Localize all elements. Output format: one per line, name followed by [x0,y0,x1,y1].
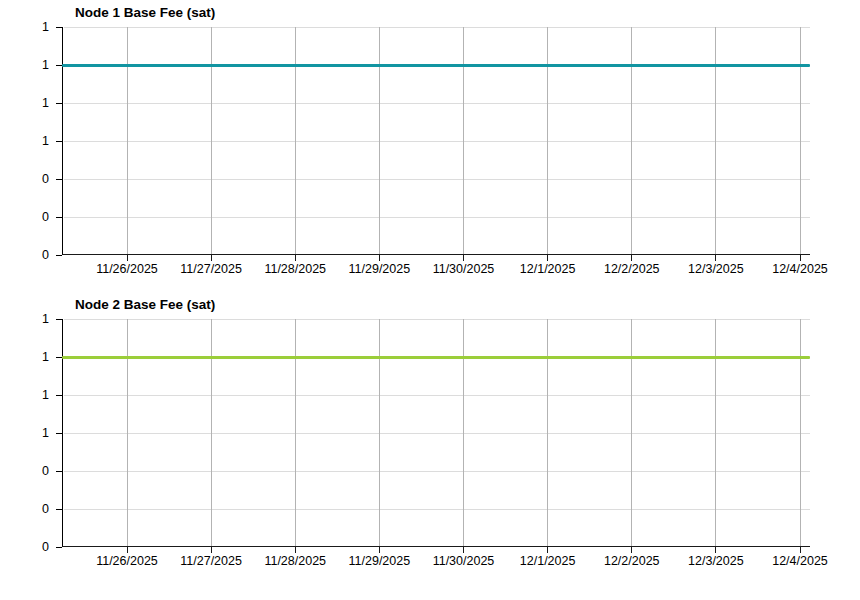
x-tick-label: 11/28/2025 [253,261,337,277]
series-line [62,356,810,359]
chart-title: Node 1 Base Fee (sat) [75,5,215,20]
y-axis-tick [56,509,62,510]
x-tick-label: 12/2/2025 [590,553,674,569]
v-gridline [800,319,801,546]
y-axis-tick [56,433,62,434]
v-gridline [631,319,632,546]
y-axis-tick [56,255,62,256]
y-tick-label: 0 [0,539,49,555]
v-gridline [379,27,380,254]
x-tick-label: 12/4/2025 [758,553,842,569]
x-tick-label: 12/4/2025 [758,261,842,277]
x-tick-label: 12/1/2025 [506,553,590,569]
x-tick-label: 11/26/2025 [85,553,169,569]
y-axis-tick [56,179,62,180]
h-gridline [64,179,811,180]
x-tick-label: 11/30/2025 [422,553,506,569]
y-tick-label: 1 [0,425,49,441]
chart-title: Node 2 Base Fee (sat) [75,297,215,312]
y-tick-label: 1 [0,95,49,111]
y-tick-label: 1 [0,387,49,403]
v-gridline [463,27,464,254]
v-gridline [715,319,716,546]
v-gridline [211,319,212,546]
v-gridline [295,319,296,546]
h-gridline [64,395,811,396]
y-tick-label: 0 [0,463,49,479]
y-tick-label: 1 [0,311,49,327]
h-gridline [64,433,811,434]
chart-node1-base-fee: Node 1 Base Fee (sat) 111100011/26/20251… [0,0,860,292]
v-gridline [211,27,212,254]
chart-node2-base-fee: Node 2 Base Fee (sat) 111100011/26/20251… [0,292,860,584]
y-tick-label: 1 [0,57,49,73]
h-gridline [64,103,811,104]
y-axis-tick [56,103,62,104]
h-gridline [64,471,811,472]
x-tick-label: 11/27/2025 [169,261,253,277]
x-tick-label: 11/30/2025 [422,261,506,277]
v-gridline [547,27,548,254]
y-axis-tick [56,471,62,472]
h-gridline [64,27,811,28]
x-tick-label: 11/27/2025 [169,553,253,569]
x-tick-label: 11/29/2025 [337,261,421,277]
v-gridline [463,319,464,546]
y-tick-label: 1 [0,133,49,149]
h-gridline [64,217,811,218]
h-gridline [64,141,811,142]
y-axis-tick [56,27,62,28]
x-tick-label: 11/26/2025 [85,261,169,277]
y-tick-label: 0 [0,209,49,225]
fee-charts-page: Node 1 Base Fee (sat) 111100011/26/20251… [0,0,860,600]
v-gridline [547,319,548,546]
x-tick-label: 11/29/2025 [337,553,421,569]
y-axis-tick [56,395,62,396]
series-line [62,64,810,67]
x-tick-label: 12/3/2025 [674,261,758,277]
y-axis-tick [56,217,62,218]
x-tick-label: 12/1/2025 [506,261,590,277]
x-tick-label: 12/2/2025 [590,261,674,277]
v-gridline [715,27,716,254]
h-gridline [64,319,811,320]
y-tick-label: 1 [0,19,49,35]
v-gridline [631,27,632,254]
v-gridline [127,319,128,546]
y-axis-tick [56,319,62,320]
v-gridline [800,27,801,254]
y-axis-tick [56,141,62,142]
v-gridline [379,319,380,546]
x-tick-label: 11/28/2025 [253,553,337,569]
y-tick-label: 0 [0,501,49,517]
y-tick-label: 0 [0,171,49,187]
v-gridline [295,27,296,254]
x-tick-label: 12/3/2025 [674,553,758,569]
h-gridline [64,509,811,510]
y-axis-tick [56,547,62,548]
v-gridline [127,27,128,254]
y-tick-label: 0 [0,247,49,263]
y-tick-label: 1 [0,349,49,365]
